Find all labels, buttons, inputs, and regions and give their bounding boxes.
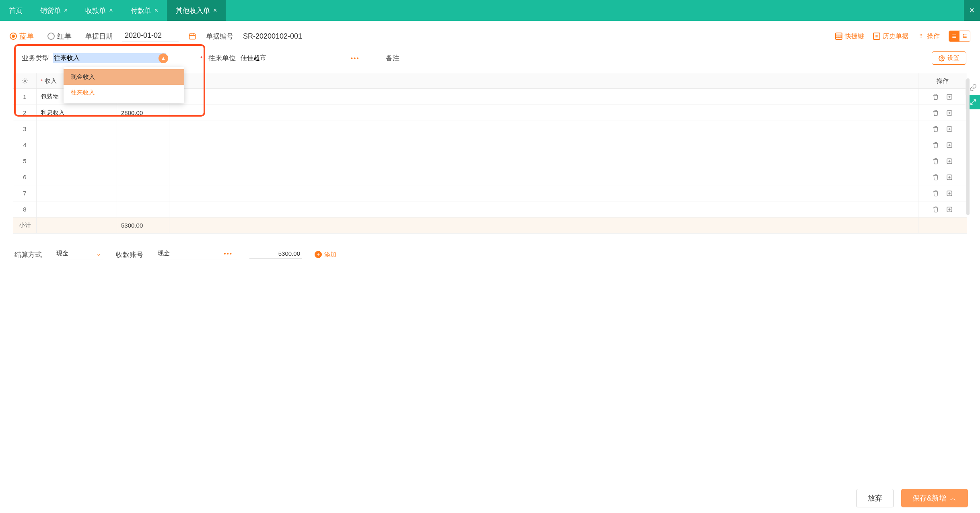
chevron-up-icon[interactable]: ▲ — [159, 53, 168, 63]
view-detail-icon[interactable] — [959, 31, 970, 41]
plus-icon: + — [315, 251, 322, 258]
settlement-row: 结算方式 现金⌄ 收款账号 现金••• 5300.00 +添加 — [6, 234, 974, 267]
more-icon[interactable]: ••• — [221, 250, 235, 257]
row-remark[interactable] — [169, 153, 918, 169]
svg-rect-0 — [189, 34, 196, 39]
col-ops: 操作 — [918, 73, 967, 88]
settlement-amount[interactable]: 5300.00 — [249, 250, 302, 259]
svg-point-5 — [24, 80, 26, 82]
scrollbar[interactable] — [966, 78, 970, 215]
row-index: 8 — [13, 201, 37, 217]
row-remark[interactable] — [169, 185, 918, 201]
row-amount[interactable]: 2800.00 — [117, 105, 169, 121]
col-income: 收入 — [45, 77, 57, 85]
row-index: 6 — [13, 169, 37, 185]
table-row[interactable]: 2利息收入2800.00 — [13, 105, 967, 121]
view-list-icon[interactable] — [949, 31, 959, 41]
row-amount[interactable] — [117, 201, 169, 217]
row-remark[interactable] — [169, 121, 918, 137]
remark-input[interactable] — [404, 53, 520, 63]
remark-label: 备注 — [386, 53, 399, 63]
chevron-down-icon: ⌄ — [96, 250, 101, 257]
biz-type-input[interactable] — [53, 53, 166, 63]
tab-payment[interactable]: 付款单× — [122, 0, 167, 21]
table-row[interactable]: 3 — [13, 121, 967, 137]
delete-icon[interactable] — [933, 190, 939, 197]
row-remark[interactable] — [169, 201, 918, 217]
delete-icon[interactable] — [933, 174, 939, 181]
delete-icon[interactable] — [933, 142, 939, 148]
dropdown-option[interactable]: 往来收入 — [64, 85, 184, 101]
svg-point-3 — [963, 37, 964, 38]
row-amount[interactable] — [117, 169, 169, 185]
delete-icon[interactable] — [933, 206, 939, 213]
tab-receipt[interactable]: 收款单× — [76, 0, 121, 21]
settle-select[interactable]: 现金⌄ — [55, 250, 103, 259]
close-panel-button[interactable]: × — [964, 0, 980, 21]
row-remark[interactable] — [169, 105, 918, 121]
column-settings[interactable] — [13, 73, 37, 88]
add-row-icon[interactable] — [946, 174, 953, 181]
row-income[interactable] — [37, 201, 117, 217]
row-income[interactable] — [37, 121, 117, 137]
close-icon[interactable]: × — [109, 7, 113, 14]
table-row[interactable]: 7 — [13, 185, 967, 201]
add-row-icon[interactable] — [946, 142, 953, 148]
row-income[interactable] — [37, 137, 117, 153]
row-amount[interactable] — [117, 153, 169, 169]
close-icon[interactable]: × — [154, 7, 158, 14]
row-amount[interactable] — [117, 185, 169, 201]
row-income[interactable] — [37, 153, 117, 169]
doc-date-label: 单据日期 — [85, 32, 113, 41]
doc-date-value[interactable]: 2020-01-02 — [122, 31, 179, 41]
close-icon[interactable]: × — [64, 7, 68, 14]
delete-icon[interactable] — [933, 158, 939, 164]
settings-button[interactable]: 设置 — [932, 51, 966, 65]
close-icon[interactable]: × — [213, 7, 217, 14]
history-button[interactable]: ≡历史单据 — [873, 32, 908, 41]
row-amount[interactable] — [117, 121, 169, 137]
row-remark[interactable] — [169, 89, 918, 105]
tab-sales[interactable]: 销货单× — [31, 0, 76, 21]
radio-dot-icon — [10, 33, 17, 40]
red-doc-radio[interactable]: 红单 — [47, 31, 76, 41]
radio-dot-icon — [47, 33, 55, 40]
add-row-icon[interactable] — [946, 110, 953, 116]
gear-icon — [939, 55, 945, 62]
tab-other-income[interactable]: 其他收入单× — [167, 0, 226, 21]
add-row-icon[interactable] — [946, 126, 953, 132]
dropdown-option[interactable]: 现金收入 — [64, 69, 184, 85]
row-income[interactable] — [37, 169, 117, 185]
delete-icon[interactable] — [933, 110, 939, 116]
shortcut-button[interactable]: ⌨快捷键 — [835, 32, 864, 41]
party-field: * 往来单位 ••• — [200, 53, 362, 63]
delete-icon[interactable] — [933, 126, 939, 132]
add-row-icon[interactable] — [946, 190, 953, 197]
account-select[interactable]: 现金••• — [156, 250, 237, 259]
row-amount[interactable] — [117, 137, 169, 153]
table-row[interactable]: 5 — [13, 153, 967, 169]
calendar-icon[interactable] — [188, 32, 196, 40]
table-row[interactable]: 8 — [13, 201, 967, 218]
more-icon[interactable]: ••• — [348, 55, 362, 62]
party-input[interactable] — [240, 53, 344, 63]
table-row[interactable]: 6 — [13, 169, 967, 185]
history-icon: ≡ — [873, 33, 880, 40]
add-row-icon[interactable] — [946, 206, 953, 213]
operate-button[interactable]: ⠿操作 — [917, 32, 940, 41]
row-income[interactable] — [37, 185, 117, 201]
add-row-icon[interactable] — [946, 158, 953, 164]
blue-doc-radio[interactable]: 蓝单 — [10, 31, 38, 41]
svg-point-2 — [963, 36, 964, 37]
row-remark[interactable] — [169, 169, 918, 185]
row-income[interactable]: 利息收入 — [37, 105, 117, 121]
row-remark[interactable] — [169, 137, 918, 153]
tab-home[interactable]: 首页 — [0, 0, 31, 21]
add-settlement-button[interactable]: +添加 — [315, 251, 336, 259]
doc-no-label: 单据编号 — [206, 32, 233, 41]
row-index: 7 — [13, 185, 37, 201]
table-row[interactable]: 4 — [13, 137, 967, 153]
add-row-icon[interactable] — [946, 94, 953, 100]
required-mark: * — [200, 55, 203, 62]
delete-icon[interactable] — [933, 94, 939, 100]
